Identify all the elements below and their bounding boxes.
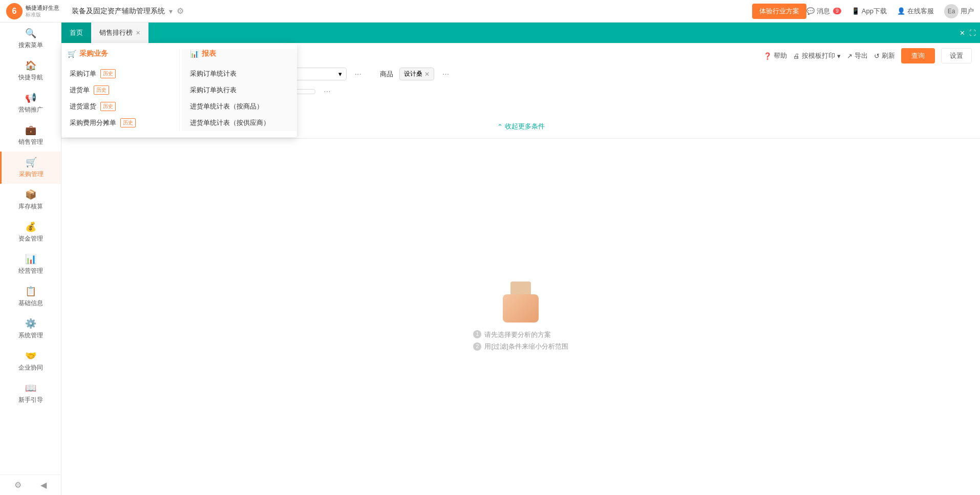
- app-download-item[interactable]: 📱 App下载: [851, 7, 887, 16]
- marketing-icon: 📢: [25, 92, 36, 103]
- message-label: 消息: [817, 7, 830, 16]
- tab-bar: 首页 销售排行榜 ✕ ✕ ⛶: [61, 23, 980, 43]
- sidebar-item-purchase[interactable]: 🛒 采购管理: [0, 152, 61, 184]
- doc-status-dropdown-icon: ▾: [338, 70, 342, 78]
- goods-tag: 设计桑 ✕: [399, 68, 434, 80]
- sidebar-item-label: 基础信息: [18, 299, 43, 308]
- export-icon: ↗: [847, 52, 853, 60]
- report-title-label: 报表: [202, 49, 216, 58]
- menu-item-purchase-order[interactable]: 采购订单 历史: [68, 66, 171, 82]
- header-right: 💬 消息 9 📱 App下载 👤 在线客服 Ea 用户: [806, 4, 974, 18]
- print-label: 按模板打印: [802, 51, 835, 60]
- tab-maximize-icon[interactable]: ⛶: [969, 29, 976, 37]
- doc-status-dots[interactable]: ···: [353, 70, 364, 79]
- menu-item-cost-alloc[interactable]: 采购费用分摊单 历史: [68, 115, 171, 131]
- empty-screen: [510, 282, 531, 296]
- logo-text: 畅捷通好生意 标准版: [26, 4, 59, 18]
- sidebar-item-label: 搜索菜单: [18, 41, 43, 50]
- salesperson-dots[interactable]: ···: [322, 87, 332, 96]
- collapse-button[interactable]: ⌃ 收起更多条件: [497, 122, 545, 131]
- info-icon: 📋: [25, 286, 36, 297]
- refresh-icon: ↺: [874, 52, 880, 60]
- menu-item-purchase-exec[interactable]: 采购订单执行表: [188, 82, 291, 98]
- cost-alloc-label: 采购费用分摊单: [70, 118, 116, 127]
- sidebar: 🔍 搜索菜单 🏠 快捷导航 📢 营销推广 💼 销售管理 🛒 采购管理 📦 库存核…: [0, 23, 61, 495]
- dropdown-arrow-icon[interactable]: ▾: [169, 7, 173, 15]
- sidebar-item-label: 采购管理: [19, 170, 44, 179]
- print-dropdown-icon[interactable]: ▾: [837, 52, 841, 60]
- report-section-icon: 📊: [190, 50, 199, 58]
- menu-item-purchase-stat[interactable]: 采购订单统计表: [188, 66, 291, 82]
- purchase-section-icon: 🛒: [68, 50, 76, 58]
- setting-button[interactable]: 设置: [941, 48, 972, 63]
- sidebar-item-operations[interactable]: 📊 经营管理: [0, 248, 61, 281]
- tab-close-all-icon[interactable]: ✕: [960, 29, 965, 37]
- home-icon: 🏠: [25, 60, 36, 71]
- empty-step1-label: 请先选择要分析的方案: [484, 329, 551, 340]
- user-item[interactable]: Ea 用户: [944, 4, 974, 18]
- export-label: 导出: [855, 51, 868, 60]
- sidebar-item-basic-info[interactable]: 📋 基础信息: [0, 281, 61, 313]
- sidebar-item-search[interactable]: 🔍 搜索菜单: [0, 23, 61, 55]
- sidebar-item-system[interactable]: ⚙️ 系统管理: [0, 313, 61, 345]
- sidebar-item-guide[interactable]: 📖 新手引导: [0, 377, 61, 410]
- help-button[interactable]: ❓ 帮助: [763, 51, 787, 60]
- report-section-title: 📊 报表: [188, 49, 291, 60]
- inbound-by-supplier-label: 进货单统计表（按供应商）: [190, 118, 270, 127]
- settings-bottom-icon[interactable]: ⚙: [14, 480, 22, 490]
- message-badge: 9: [833, 8, 841, 14]
- divider: [179, 49, 180, 131]
- goods-tag-value: 设计桑: [404, 70, 422, 78]
- refresh-button[interactable]: ↺ 刷新: [874, 51, 895, 60]
- goods-tag-close-icon[interactable]: ✕: [424, 71, 430, 78]
- guide-icon: 📖: [25, 382, 36, 394]
- sidebar-item-label: 销售管理: [18, 138, 43, 146]
- sidebar-item-label: 新手引导: [18, 396, 43, 404]
- refresh-label: 刷新: [882, 51, 895, 60]
- history-badge-4: 历史: [120, 118, 136, 127]
- menu-item-inbound[interactable]: 进货单 历史: [68, 82, 171, 98]
- logo-area: 6 畅捷通好生意 标准版: [6, 3, 68, 19]
- export-button[interactable]: ↗ 导出: [847, 51, 868, 60]
- menu-item-inbound-by-goods[interactable]: 进货单统计表（按商品）: [188, 98, 291, 115]
- phone-icon: 📱: [851, 7, 860, 15]
- menu-item-inbound-by-supplier[interactable]: 进货单统计表（按供应商）: [188, 115, 291, 131]
- goods-dots[interactable]: ···: [440, 70, 451, 79]
- purchase-order-label: 采购订单: [70, 69, 96, 78]
- sidebar-item-finance[interactable]: 💰 资金管理: [0, 216, 61, 248]
- tab-close-icon[interactable]: ✕: [136, 30, 140, 36]
- industry-button[interactable]: 体验行业方案: [752, 4, 806, 19]
- tab-right-actions: ✕ ⛶: [960, 29, 980, 37]
- tab-home[interactable]: 首页: [61, 23, 91, 43]
- sidebar-item-label: 库存核算: [18, 202, 43, 211]
- avatar: Ea: [944, 4, 958, 18]
- menu-item-return[interactable]: 进货退货 历史: [68, 98, 171, 115]
- empty-step2-label: 用[过滤]条件来缩小分析范围: [484, 340, 568, 352]
- sidebar-item-label: 快捷导航: [18, 73, 43, 82]
- system-title: 装备及固定资产辅助管理系统 ▾ ⚙: [72, 6, 752, 16]
- online-service-item[interactable]: 👤 在线客服: [897, 7, 934, 16]
- purchase-exec-label: 采购订单执行表: [190, 85, 237, 95]
- message-item[interactable]: 💬 消息 9: [806, 7, 841, 16]
- empty-state: 1 请先选择要分析的方案 2 用[过滤]条件来缩小分析范围: [61, 139, 980, 495]
- tab-sales-rank[interactable]: 销售排行榜 ✕: [91, 23, 148, 43]
- sidebar-item-inventory[interactable]: 📦 库存核算: [0, 184, 61, 216]
- settings-gear-icon[interactable]: ⚙: [177, 6, 184, 16]
- sidebar-item-sales[interactable]: 💼 销售管理: [0, 119, 61, 152]
- purchase-stat-label: 采购订单统计表: [190, 69, 237, 78]
- sidebar-item-cooperation[interactable]: 🤝 企业协同: [0, 345, 61, 377]
- search-icon: 🔍: [25, 28, 36, 39]
- collapse-sidebar-icon[interactable]: ◀: [40, 480, 47, 490]
- system-icon: ⚙️: [25, 318, 36, 329]
- sidebar-item-nav[interactable]: 🏠 快捷导航: [0, 55, 61, 87]
- top-header: 6 畅捷通好生意 标准版 装备及固定资产辅助管理系统 ▾ ⚙ 体验行业方案 💬 …: [0, 0, 980, 23]
- print-button[interactable]: 🖨 按模板打印 ▾: [793, 51, 841, 60]
- sidebar-item-label: 营销推广: [18, 105, 43, 114]
- empty-box: [503, 294, 539, 322]
- history-badge-2: 历史: [94, 85, 109, 95]
- collapse-up-icon: ⌃: [497, 123, 503, 131]
- logo-icon: 6: [6, 3, 23, 19]
- app-download-label: App下载: [862, 7, 887, 16]
- query-button[interactable]: 查询: [901, 48, 935, 63]
- sidebar-item-marketing[interactable]: 📢 营销推广: [0, 87, 61, 119]
